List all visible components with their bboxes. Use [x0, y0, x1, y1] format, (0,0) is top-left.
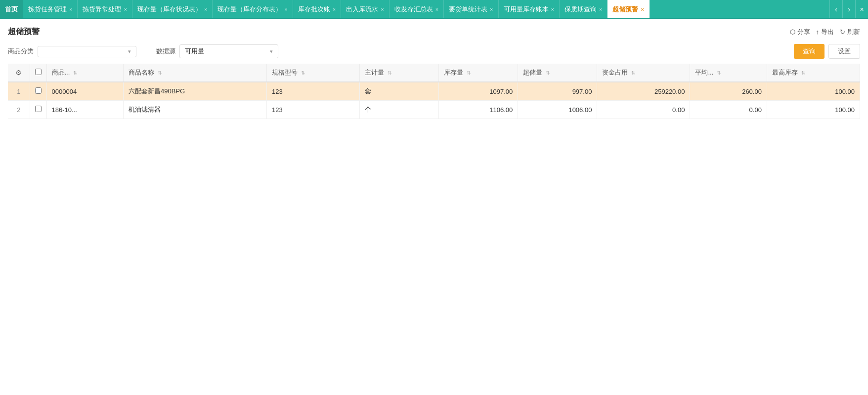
top-nav: 首页 拣货任务管理 × 拣货异常处理 × 现存量（库存状况表） × 现存量（库存… [0, 0, 868, 19]
th-product-code-label: 商品... [52, 69, 70, 76]
refresh-icon: ↻ [840, 28, 845, 36]
nav-exception-close[interactable]: × [124, 6, 127, 12]
export-icon: ↑ [816, 28, 820, 36]
nav-order-stats[interactable]: 要货单统计表 × [444, 0, 498, 19]
nav-stock-status-label: 现存量（库存状况表） [137, 5, 202, 14]
share-label: 分享 [797, 28, 810, 37]
nav-batch-label: 库存批次账 [298, 5, 330, 14]
data-table: ⚙ 商品... ⇅ 商品名称 ⇅ 规格型号 ⇅ 主计量 [8, 64, 860, 119]
th-max-stock-label: 最高库存 [772, 69, 798, 76]
nav-arrow-next[interactable]: › [842, 0, 855, 19]
nav-avail-book-close[interactable]: × [551, 6, 554, 12]
nav-order-stats-close[interactable]: × [490, 6, 493, 12]
refresh-button[interactable]: ↻ 刷新 [840, 28, 860, 37]
row-checkbox-cell [30, 101, 46, 119]
nav-summary[interactable]: 收发存汇总表 × [390, 0, 444, 19]
th-stock-label: 库存量 [444, 69, 463, 76]
export-label: 导出 [821, 28, 834, 37]
nav-task-mgmt-close[interactable]: × [69, 6, 72, 12]
category-label: 商品分类 [8, 47, 34, 56]
datasource-select[interactable]: 可用量 ▾ [179, 44, 278, 58]
sort-capital-icon[interactable]: ⇅ [631, 70, 635, 76]
row-spec: 123 [267, 101, 360, 119]
nav-overstock[interactable]: 超储预警 × [608, 0, 649, 19]
row-avg: 260.00 [690, 82, 767, 101]
nav-arrow-prev[interactable]: ‹ [829, 0, 842, 19]
row-number: 1 [17, 88, 20, 95]
nav-stock-status[interactable]: 现存量（库存状况表） × [132, 0, 213, 19]
sort-product-code-icon[interactable]: ⇅ [73, 70, 77, 76]
refresh-label: 刷新 [847, 28, 860, 37]
main-content: 超储预警 ⬡ 分享 ↑ 导出 ↻ 刷新 商品分类 ▾ 数据源 [0, 19, 868, 395]
th-product-name: 商品名称 ⇅ [124, 64, 267, 82]
share-icon: ⬡ [790, 28, 795, 36]
th-product-name-label: 商品名称 [129, 69, 154, 76]
nav-shelf-life[interactable]: 保质期查询 × [560, 0, 608, 19]
sort-spec-icon[interactable]: ⇅ [301, 70, 305, 76]
nav-home-label: 首页 [5, 5, 18, 14]
datasource-chevron-icon: ▾ [270, 48, 273, 55]
filter-row: 商品分类 ▾ 数据源 可用量 ▾ 查询 设置 [8, 44, 860, 59]
nav-stock-dist-label: 现存量（库存分布表） [217, 5, 282, 14]
sort-overstock-icon[interactable]: ⇅ [546, 70, 550, 76]
nav-summary-label: 收发存汇总表 [394, 5, 433, 14]
nav-inout-flow[interactable]: 出入库流水 × [341, 0, 389, 19]
sort-stock-icon[interactable]: ⇅ [467, 70, 471, 76]
th-avg-label: 平均... [695, 69, 713, 76]
share-button[interactable]: ⬡ 分享 [790, 28, 810, 37]
row-product-name: 机油滤清器 [124, 101, 267, 119]
row-spec: 123 [267, 82, 360, 101]
category-select[interactable]: ▾ [38, 46, 136, 57]
page-title-row: 超储预警 ⬡ 分享 ↑ 导出 ↻ 刷新 [8, 27, 860, 37]
row-product-name: 六配套新昌490BPG [124, 82, 267, 101]
row-overstock: 997.00 [518, 82, 597, 101]
row-unit: 套 [360, 82, 439, 101]
sort-max-stock-icon[interactable]: ⇅ [801, 70, 805, 76]
th-spec-label: 规格型号 [272, 69, 298, 76]
nav-stock-status-close[interactable]: × [204, 6, 207, 12]
export-button[interactable]: ↑ 导出 [816, 28, 834, 37]
row-checkbox[interactable] [35, 87, 42, 94]
table-row: 2 186-10... 机油滤清器 123 个 1106.00 1006.00 … [8, 101, 860, 119]
nav-avail-book[interactable]: 可用量库存账本 × [499, 0, 560, 19]
row-max-stock: 100.00 [767, 82, 860, 101]
table-row: 1 0000004 六配套新昌490BPG 123 套 1097.00 997.… [8, 82, 860, 101]
row-product-code: 186-10... [46, 101, 124, 119]
nav-stock-dist-close[interactable]: × [284, 6, 287, 12]
nav-task-mgmt[interactable]: 拣货任务管理 × [23, 0, 78, 19]
sort-avg-icon[interactable]: ⇅ [717, 70, 721, 76]
query-button[interactable]: 查询 [794, 44, 825, 59]
row-checkbox-cell [30, 82, 46, 101]
nav-summary-close[interactable]: × [435, 6, 438, 12]
nav-exception[interactable]: 拣货异常处理 × [78, 0, 132, 19]
th-max-stock: 最高库存 ⇅ [767, 64, 860, 82]
settings-col-icon[interactable]: ⚙ [15, 69, 22, 77]
row-index-cell: 2 [8, 101, 30, 119]
nav-overstock-label: 超储预警 [612, 5, 638, 14]
nav-shelf-life-close[interactable]: × [599, 6, 602, 12]
select-all-checkbox[interactable] [35, 69, 42, 75]
th-capital: 资金占用 ⇅ [597, 64, 690, 82]
settings-button[interactable]: 设置 [828, 44, 860, 59]
th-settings[interactable]: ⚙ [8, 64, 30, 82]
th-checkbox [30, 64, 46, 82]
row-unit: 个 [360, 101, 439, 119]
row-product-code: 0000004 [46, 82, 124, 101]
nav-arrow-more[interactable]: × [855, 0, 868, 19]
row-avg: 0.00 [690, 101, 767, 119]
nav-overstock-close[interactable]: × [641, 6, 644, 12]
sort-product-name-icon[interactable]: ⇅ [158, 70, 162, 76]
nav-stock-dist[interactable]: 现存量（库存分布表） × [213, 0, 293, 19]
title-actions: ⬡ 分享 ↑ 导出 ↻ 刷新 [790, 28, 861, 37]
row-checkbox[interactable] [35, 106, 42, 112]
nav-batch-account[interactable]: 库存批次账 × [293, 0, 341, 19]
sort-unit-icon[interactable]: ⇅ [388, 70, 391, 76]
nav-exception-label: 拣货异常处理 [83, 5, 121, 14]
nav-order-stats-label: 要货单统计表 [449, 5, 487, 14]
datasource-label: 数据源 [156, 47, 175, 56]
category-chevron-icon: ▾ [128, 48, 131, 55]
nav-batch-close[interactable]: × [333, 6, 336, 12]
nav-home[interactable]: 首页 [0, 0, 23, 19]
nav-inout-close[interactable]: × [381, 6, 384, 12]
nav-inout-label: 出入库流水 [346, 5, 378, 14]
